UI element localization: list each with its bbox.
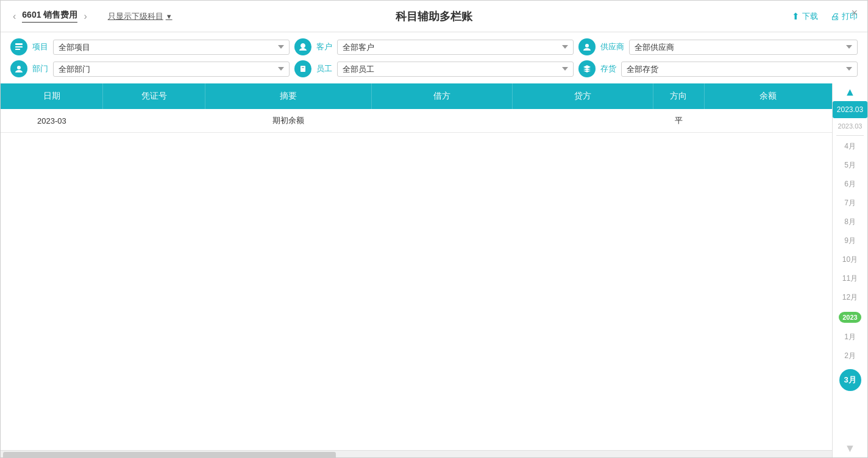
col-date: 日期 — [1, 83, 103, 109]
col-balance: 余额 — [704, 83, 832, 109]
timeline-item-8[interactable]: 8月 — [833, 213, 867, 231]
title-bar: ‹ 6601 销售费用 › 只显示下级科目 ▼ 科目辅助多栏账 ⬆ 下载 🖨 打… — [1, 1, 867, 32]
timeline-item-4[interactable]: 4月 — [833, 137, 867, 156]
timeline-item-7[interactable]: 7月 — [833, 194, 867, 213]
main-window: ‹ 6601 销售费用 › 只显示下级科目 ▼ 科目辅助多栏账 ⬆ 下载 🖨 打… — [0, 0, 868, 458]
department-select[interactable]: 全部部门 — [53, 62, 290, 77]
title-left: ‹ 6601 销售费用 › 只显示下级科目 ▼ — [10, 10, 173, 23]
timeline-item-2[interactable]: 2月 — [833, 347, 867, 365]
timeline-up-btn[interactable]: ▲ — [845, 83, 856, 101]
department-icon — [10, 60, 27, 77]
timeline-item-10[interactable]: 10月 — [833, 250, 867, 269]
timeline-item-6[interactable]: 6月 — [833, 175, 867, 194]
download-icon: ⬆ — [792, 11, 800, 22]
project-icon — [10, 38, 27, 55]
customer-select[interactable]: 全部客户 — [337, 40, 574, 55]
timeline-sidebar: ▲ 2023.03 2023.03 4月 5月 6月 7月 8月 9月 10月 … — [832, 83, 867, 457]
timeline-item-2023-03-2[interactable]: 2023.03 — [833, 118, 867, 134]
table-header-row: 日期 凭证号 摘要 借方 贷方 方向 余额 — [1, 83, 832, 109]
main-table: 日期 凭证号 摘要 借方 贷方 方向 余额 2023-03期初余额平 — [1, 83, 832, 133]
timeline-item-3-active[interactable]: 3月 — [839, 369, 861, 391]
timeline-item-5[interactable]: 5月 — [833, 156, 867, 175]
employee-label: 员工 — [316, 63, 332, 74]
svg-rect-1 — [15, 46, 23, 48]
timeline-item-1[interactable]: 1月 — [833, 328, 867, 347]
filter-bar: 项目 全部项目 客户 全部客户 供应商 全部供应商 — [1, 32, 867, 83]
inventory-select[interactable]: 全部存货 — [621, 62, 858, 77]
timeline-items: 2023.03 2023.03 4月 5月 6月 7月 8月 9月 10月 11… — [833, 101, 867, 440]
table-container: 日期 凭证号 摘要 借方 贷方 方向 余额 2023-03期初余额平 — [1, 83, 832, 457]
customer-icon — [294, 38, 311, 55]
svg-point-4 — [17, 66, 21, 69]
cell-summary: 期初余额 — [205, 109, 372, 133]
inventory-icon — [578, 60, 596, 77]
title-right: ⬆ 下载 🖨 打印 × — [792, 11, 858, 22]
cell-credit — [512, 109, 653, 133]
cell-voucher — [103, 109, 205, 133]
next-account-btn[interactable]: › — [81, 10, 89, 23]
col-summary: 摘要 — [205, 83, 372, 109]
download-button[interactable]: ⬆ 下载 — [792, 11, 818, 22]
svg-rect-0 — [15, 43, 23, 45]
timeline-item-11[interactable]: 11月 — [833, 269, 867, 288]
account-code: 6601 销售费用 — [22, 10, 77, 23]
timeline-down-btn[interactable]: ▼ — [845, 440, 856, 457]
cell-date: 2023-03 — [1, 109, 103, 133]
filter-row-supplier: 供应商 全部供应商 — [578, 38, 858, 55]
supplier-label: 供应商 — [600, 41, 624, 52]
project-label: 项目 — [32, 41, 48, 52]
filter-row-department: 部门 全部部门 — [10, 60, 290, 77]
filter-row-project: 项目 全部项目 — [10, 38, 290, 55]
employee-icon — [294, 60, 311, 77]
year-badge-2023[interactable]: 2023 — [839, 312, 861, 323]
timeline-item-2023-03-1[interactable]: 2023.03 — [833, 101, 867, 118]
table-row: 2023-03期初余额平 — [1, 109, 832, 133]
col-direction: 方向 — [653, 83, 704, 109]
cell-balance — [704, 109, 832, 133]
cell-debit — [372, 109, 513, 133]
timeline-divider-1 — [836, 135, 864, 136]
svg-rect-5 — [301, 66, 305, 72]
download-label: 下载 — [802, 11, 818, 22]
col-voucher: 凭证号 — [103, 83, 205, 109]
show-sub-label: 只显示下级科目 — [108, 11, 163, 22]
filter-row-employee: 员工 全部员工 — [294, 60, 574, 77]
supplier-select[interactable]: 全部供应商 — [629, 40, 858, 55]
cell-direction: 平 — [653, 109, 704, 133]
year-row-2023: 2023 — [833, 307, 867, 328]
project-select[interactable]: 全部项目 — [53, 40, 290, 55]
filter-row-inventory: 存货 全部存货 — [578, 60, 858, 77]
print-icon: 🖨 — [830, 11, 839, 21]
svg-rect-2 — [15, 49, 20, 50]
svg-rect-6 — [302, 67, 304, 68]
prev-account-btn[interactable]: ‹ — [10, 10, 18, 23]
close-button[interactable]: × — [851, 7, 858, 19]
page-title: 科目辅助多栏账 — [396, 9, 472, 24]
show-sub-toggle[interactable]: 只显示下级科目 ▼ — [108, 11, 173, 22]
employee-select[interactable]: 全部员工 — [337, 62, 574, 77]
department-label: 部门 — [32, 63, 48, 74]
filter-row-customer: 客户 全部客户 — [294, 38, 574, 55]
timeline-item-9[interactable]: 9月 — [833, 231, 867, 250]
supplier-icon — [578, 38, 596, 55]
col-credit: 贷方 — [512, 83, 653, 109]
chevron-down-icon: ▼ — [166, 13, 173, 20]
timeline-item-12[interactable]: 12月 — [833, 288, 867, 307]
inventory-label: 存货 — [600, 63, 616, 74]
svg-point-3 — [585, 44, 589, 48]
customer-label: 客户 — [316, 41, 332, 52]
col-debit: 借方 — [372, 83, 513, 109]
